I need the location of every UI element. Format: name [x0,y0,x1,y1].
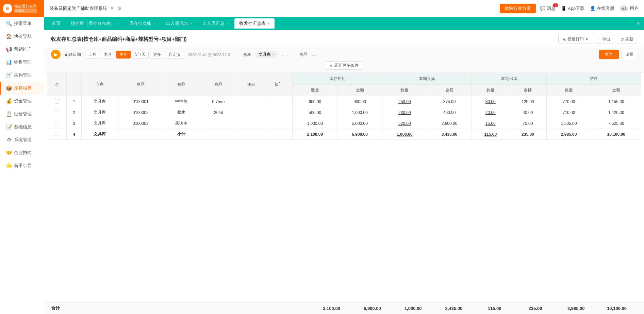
settings-button[interactable]: 设置 [622,50,637,59]
sidebar-item-sales[interactable]: 📊销售管理 [0,56,44,69]
online-service-action[interactable]: 👤 在线客服 [590,5,614,12]
out-qty-link-2[interactable]: 15.00 [485,121,496,126]
total-label: 合计 [51,305,60,311]
date-btn-this-year[interactable]: 本年 [116,51,131,59]
sidebar-item-operations[interactable]: 📋经营管理 [0,108,44,120]
query-button[interactable]: 查询 [599,50,619,59]
system-dropdown-icon[interactable]: ▼ [110,6,114,11]
date-btn-custom[interactable]: 自定义 [166,51,184,59]
sidebar-item-quick-nav[interactable]: 🏠快捷导航 [0,30,44,43]
cell-name-1: 胶水 [163,107,200,118]
message-action[interactable]: 💬 消息 6 [540,5,556,12]
enterprise-icon: 🤝 [6,150,12,156]
print-button[interactable]: 🖨 模板打印 ▼ [558,35,592,44]
th-bal-amt: 金额 [591,85,641,96]
sidebar-item-finance[interactable]: 💰资金管理 [0,95,44,108]
out-qty-link-1[interactable]: 20.00 [485,110,496,115]
service-icon: 👤 [590,6,595,11]
out-qty-link-3[interactable]: 115.00 [484,132,497,137]
cell-spec-3 [200,129,237,140]
sidebar-item-label-guide: 新手引导 [14,163,32,169]
tab-inout-flow-close[interactable]: × [190,21,192,26]
th-settings[interactable]: ⚙ [47,73,67,96]
export-button[interactable]: ↑ 导出 [595,35,614,44]
sidebar-item-label-search: 搜索菜单 [14,20,32,27]
date-btn-7days[interactable]: 近7天 [132,51,149,59]
sales-icon: 📊 [6,59,12,65]
printer-icon: 🖨 [562,37,566,42]
warehouse-filter-dots[interactable]: ... [282,51,288,57]
th-in-qty: 数量 [382,85,427,96]
cell-checkbox-1[interactable] [47,107,67,118]
th-out-stock: 本期出库 [472,73,546,85]
filter-toggle[interactable]: ▶ [51,50,61,59]
cell-project-2 [237,118,265,129]
date-btn-last-month[interactable]: 上月 [85,51,99,59]
date-filter-label: 记账日期 [65,52,81,57]
cell-open-qty-1: 500.00 [293,107,337,118]
cell-in-amt-2: 2,600.00 [427,118,472,129]
th-code: 商品 [118,73,163,96]
date-btn-this-month[interactable]: 本月 [101,51,115,59]
header-actions: 💬 消息 6 📱 App下载 👤 在线客服 Ea 用户 [540,5,639,12]
operations-icon: 📋 [6,111,12,117]
th-open-amt: 金额 [337,85,382,96]
th-bal-qty: 数量 [546,85,591,96]
cell-dept-3 [265,129,293,140]
settings-icon[interactable]: ⚙ [117,5,121,12]
total-bal-amt: 10,100.00 [596,306,637,311]
cell-checkbox-0[interactable] [47,96,67,107]
warehouse-filter-value: 文具库 [259,52,271,57]
cell-out-qty-2: 15.00 [472,118,509,129]
sidebar-item-purchase[interactable]: 🛒采购管理 [0,69,44,82]
user-action[interactable]: Ea 用户 [620,5,639,12]
tab-recv-send-summary[interactable]: 收发存汇总表 × [234,18,275,29]
tab-batch[interactable]: 库存批次账 × [125,18,160,29]
sidebar-item-inventory[interactable]: 📦库存核算 [0,82,44,95]
in-qty-link-1[interactable]: 230.00 [398,110,411,115]
goods-filter-dots[interactable]: ... [312,51,318,57]
tab-inout-summary-close[interactable]: × [227,21,229,26]
cell-checkbox-2[interactable] [47,118,67,129]
in-qty-link-0[interactable]: 250.00 [398,99,411,104]
table-row: 4 文具库 小计 2,100.00 6,900.00 1,000.00 3,43… [47,129,641,140]
tab-inventory-dist-close[interactable]: × [117,21,119,26]
total-in-qty: 1,000.00 [393,306,433,311]
tab-inout-summary[interactable]: 出入库汇总 × [198,18,233,29]
in-qty-link-2[interactable]: 520.00 [398,121,411,126]
cell-in-qty-3: 1,000.00 [382,129,427,140]
th-dept: 部门 [265,73,293,96]
phone-icon: 📱 [561,6,566,11]
sidebar-item-search[interactable]: 🔍搜索菜单 [0,17,44,30]
date-btn-more[interactable]: 更多 [150,51,164,59]
sidebar-item-enterprise[interactable]: 🤝企业协同 [0,146,44,159]
sidebar-item-basic[interactable]: 📝基础信息 [0,120,44,133]
in-qty-link-3[interactable]: 1,000.00 [397,132,413,137]
tab-batch-close[interactable]: × [153,21,155,26]
tab-inventory-dist[interactable]: 现存量（库存分布表） × [66,18,124,29]
cell-checkbox-3[interactable] [47,129,67,140]
sidebar-item-system[interactable]: ⚙系统管理 [0,133,44,146]
tab-recv-send-close[interactable]: × [268,21,270,26]
sidebar-item-guide[interactable]: 🌟新手引导 [0,159,44,172]
table-settings-icon[interactable]: ⚙ [55,82,59,87]
trial-button[interactable]: 体验行业方案 [500,4,536,13]
export-label: 导出 [602,36,610,42]
cell-warehouse-2: 文具库 [81,118,118,129]
tab-home[interactable]: 首页 [47,18,65,29]
th-spec: 商品 [200,73,237,96]
sidebar-item-marketing[interactable]: 📢营销推广 [0,43,44,56]
finance-icon: 💰 [6,98,12,104]
expand-more-button[interactable]: ∨ 展开更多条件 [326,61,362,70]
marketing-icon: 📢 [6,46,12,52]
app-download-action[interactable]: 📱 App下载 [561,5,584,12]
cell-in-amt-0: 375.00 [427,96,472,107]
tab-inout-flow[interactable]: 出入库流水 × [161,18,197,29]
inventory-icon: 📦 [6,85,12,91]
tab-bar-close[interactable]: × [635,19,641,28]
th-no [67,73,81,96]
out-qty-link-0[interactable]: 80.00 [485,99,496,104]
total-in-amt: 3,435.00 [433,306,474,311]
refresh-button[interactable]: ↺ 刷新 [617,35,637,44]
warehouse-tag-close[interactable]: × [272,52,274,56]
